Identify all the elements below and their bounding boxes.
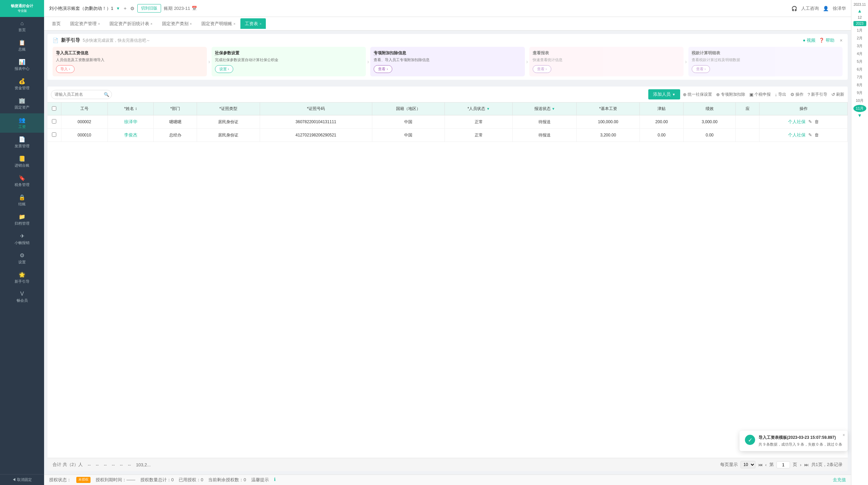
toolbar: 🔍 添加人员 ▼ ⊕ 统一社保设置 ⊕ 专项附加扣除 ▣ 个税申报 (47, 87, 848, 102)
refresh-btn[interactable]: ↺ 刷新 (831, 92, 844, 97)
row-2-checkbox (47, 129, 61, 142)
special-deduction-btn[interactable]: ⊕ 专项附加扣除 (716, 92, 745, 97)
switch-version-btn[interactable]: 切到旧版 (137, 4, 161, 13)
row-1-status: 正常 (445, 115, 513, 129)
settings-gear-icon[interactable]: ⚙ (130, 6, 135, 11)
row-1-delete-icon[interactable]: 🗑 (814, 119, 819, 124)
ledger-icon: 📋 (19, 39, 25, 46)
sidebar-item-member[interactable]: V 畅会员 (0, 287, 44, 306)
search-input[interactable] (55, 92, 102, 97)
footer-dash-6: -- (128, 462, 131, 467)
page-input[interactable] (776, 461, 790, 468)
sidebar-item-archive[interactable]: 📁 归档管理 (0, 210, 44, 229)
expense-icon: ✈ (20, 233, 24, 239)
row-2-social-ins-link[interactable]: 个人社保 (788, 132, 806, 137)
row-1-social-ins-link[interactable]: 个人社保 (788, 119, 806, 124)
tax-report-btn[interactable]: ▣ 个税申报 (749, 92, 771, 97)
step-3-btn[interactable]: 查看 › (374, 65, 392, 73)
cal-month-7[interactable]: 7月 (853, 74, 866, 81)
sidebar-item-inventory[interactable]: 📒 进销台账 (0, 152, 44, 171)
col-emp-id: 工号 (61, 102, 108, 115)
page-size-select[interactable]: 10 20 50 (741, 461, 755, 468)
step-2-desc: 完成社保参数设置自动计算社保公积金 (215, 57, 362, 62)
unpin-btn[interactable]: ◀ 取消固定 (0, 474, 44, 485)
sidebar-item-tax[interactable]: 🔖 税务管理 (0, 171, 44, 191)
cal-month-3[interactable]: 3月 (853, 42, 866, 50)
tab-detail-close[interactable]: × (234, 22, 236, 26)
footer-dash-5: -- (120, 462, 123, 467)
tab-depreciation-close[interactable]: × (151, 22, 153, 26)
cal-month-1[interactable]: 1月 (853, 27, 866, 34)
toast-notification: × ✓ 导入工资表模板(2023-03-23 15:07:59.897) 共 9… (739, 431, 848, 451)
cal-month-5[interactable]: 5月 (853, 58, 866, 65)
prev-btn[interactable]: ‹ (765, 462, 767, 467)
col-id-num: *证照号码 (260, 102, 372, 115)
search-icon[interactable]: 🔍 (104, 92, 109, 97)
cal-month-10[interactable]: 10月 (853, 97, 866, 104)
sidebar-item-salary[interactable]: 👥 工资 (0, 113, 44, 133)
add-person-btn[interactable]: 添加人员 ▼ (648, 89, 680, 99)
row-1-edit-icon[interactable]: ✎ (808, 119, 812, 124)
cal-month-9[interactable]: 9月 (853, 89, 866, 96)
calendar-up-arrow[interactable]: ▲ (857, 8, 862, 14)
account-dropdown[interactable]: ▼ (116, 6, 120, 11)
sidebar-item-expense[interactable]: ✈ 小畅报销 (0, 229, 44, 249)
step-4-btn[interactable]: 查看 › (533, 65, 551, 73)
social-insurance-btn[interactable]: ⊕ 统一社保设置 (683, 92, 712, 97)
operations-btn[interactable]: ⚙ 操作 (790, 92, 804, 97)
app-logo: 畅捷通好会计 专业版 (0, 0, 44, 17)
tab-salary-close[interactable]: × (259, 22, 261, 26)
step-1-btn[interactable]: 导入 › (56, 65, 75, 73)
tab-category-close[interactable]: × (190, 22, 192, 26)
tab-depreciation[interactable]: 固定资产折旧统计表 × (105, 18, 157, 29)
sidebar-label-funds: 资金管理 (15, 86, 29, 91)
tab-fixed-assets-close[interactable]: × (98, 22, 100, 26)
sidebar-item-invoice[interactable]: 📄 发票管理 (0, 133, 44, 152)
row-1-check[interactable] (52, 119, 56, 124)
sidebar-item-assets[interactable]: 🏢 固定资产 (0, 94, 44, 113)
calendar-icon[interactable]: 📅 (192, 6, 197, 11)
sidebar-item-home[interactable]: ⌂ 首页 (0, 17, 44, 36)
cal-month-8[interactable]: 8月 (853, 81, 866, 89)
tab-home[interactable]: 首页 (47, 18, 65, 29)
sidebar-item-settings[interactable]: ⚙ 设置 (0, 249, 44, 268)
row-2-edit-icon[interactable]: ✎ (808, 132, 812, 137)
video-link[interactable]: ● 视频 (803, 37, 815, 43)
row-2-delete-icon[interactable]: 🗑 (814, 132, 819, 137)
step-5-btn[interactable]: 查看 › (692, 65, 710, 73)
sidebar-item-reports[interactable]: 📊 报表中心 (0, 55, 44, 75)
user-name[interactable]: 徐泽华 (833, 5, 846, 12)
row-2-name-link[interactable]: 李俊杰 (124, 132, 137, 137)
export-btn[interactable]: ↓ 导出 (775, 92, 786, 97)
guide-toolbar-btn[interactable]: ? 新手引导 (808, 92, 827, 97)
next-btn[interactable]: › (800, 462, 801, 467)
cal-month-11[interactable]: 11月 (853, 105, 866, 112)
step-2-btn[interactable]: 设置 › (215, 65, 234, 73)
tab-salary-label: 工资表 (245, 21, 258, 27)
row-2-check[interactable] (52, 132, 56, 137)
sidebar-item-guide[interactable]: 🌟 新手引导 (0, 268, 44, 287)
calendar-down-arrow[interactable]: ▼ (857, 113, 862, 118)
cal-month-2[interactable]: 2月 (853, 35, 866, 42)
select-all-checkbox[interactable] (52, 106, 56, 111)
next-next-btn[interactable]: ⏭ (804, 462, 809, 467)
add-account-icon[interactable]: ＋ (123, 5, 127, 12)
toast-close-btn[interactable]: × (843, 433, 845, 437)
charge-link[interactable]: 去充值 (833, 477, 846, 483)
cal-month-6[interactable]: 6月 (853, 66, 866, 73)
row-1-name-link[interactable]: 徐泽华 (124, 119, 137, 124)
cal-month-4[interactable]: 4月 (853, 50, 866, 57)
tab-category[interactable]: 固定资产类别 × (158, 18, 196, 29)
onboarding-close-btn[interactable]: × (840, 38, 843, 43)
prev-prev-btn[interactable]: ⏮ (758, 462, 763, 467)
sidebar-item-ledger[interactable]: 📋 总账 (0, 36, 44, 55)
tab-fixed-assets[interactable]: 固定资产管理 × (66, 18, 104, 29)
sidebar-item-close[interactable]: 🔒 结账 (0, 191, 44, 210)
cal-month-12[interactable]: 12 (853, 14, 866, 20)
consultant-label[interactable]: 人工咨询 (801, 5, 819, 12)
help-link[interactable]: ❓ 帮助 (819, 37, 834, 43)
inventory-icon: 📒 (19, 155, 25, 162)
tab-detail[interactable]: 固定资产明细账 × (197, 18, 240, 29)
sidebar-item-funds[interactable]: 💰 资金管理 (0, 75, 44, 94)
tab-salary[interactable]: 工资表 × (240, 18, 266, 29)
